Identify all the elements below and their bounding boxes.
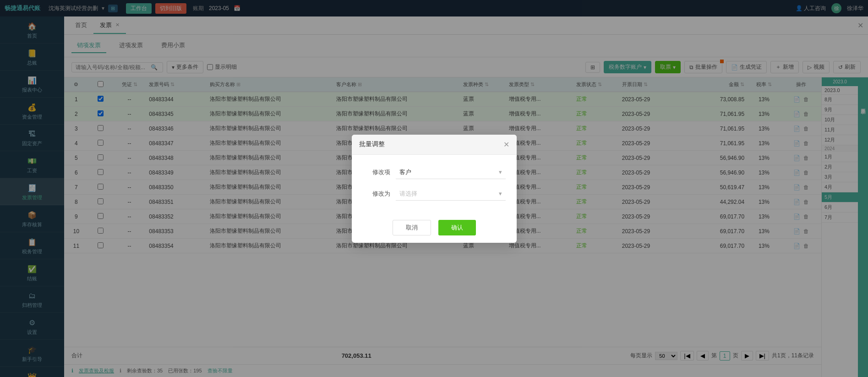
modify-to-placeholder: 请选择 — [399, 190, 417, 198]
modal-cancel-button[interactable]: 取消 — [393, 220, 431, 235]
dropdown-icon2: ▾ — [499, 169, 502, 175]
modify-to-row: 修改为 请选择 ▾ — [363, 187, 506, 201]
modify-item-row: 修改项 客户 ▾ — [363, 166, 506, 179]
modal-footer: 取消 确认 — [352, 216, 517, 243]
modal-body: 修改项 客户 ▾ 修改为 请选择 ▾ — [352, 155, 517, 216]
modify-to-label: 修改为 — [363, 190, 390, 198]
modify-to-select[interactable]: 请选择 ▾ — [396, 187, 506, 201]
modify-item-value: 客户 — [399, 168, 411, 176]
modal-header: 批量调整 ✕ — [352, 135, 517, 155]
modal-overlay: 批量调整 ✕ 修改项 客户 ▾ 修改为 请选择 ▾ 取消 确认 — [0, 0, 868, 377]
modal-confirm-button[interactable]: 确认 — [438, 220, 476, 235]
modal-title: 批量调整 — [359, 140, 385, 148]
modal-close-button[interactable]: ✕ — [503, 140, 509, 149]
modify-item-select[interactable]: 客户 ▾ — [396, 166, 506, 179]
batch-adjust-modal: 批量调整 ✕ 修改项 客户 ▾ 修改为 请选择 ▾ 取消 确认 — [352, 135, 517, 243]
modify-item-label: 修改项 — [363, 168, 390, 176]
dropdown-icon3: ▾ — [499, 190, 502, 197]
